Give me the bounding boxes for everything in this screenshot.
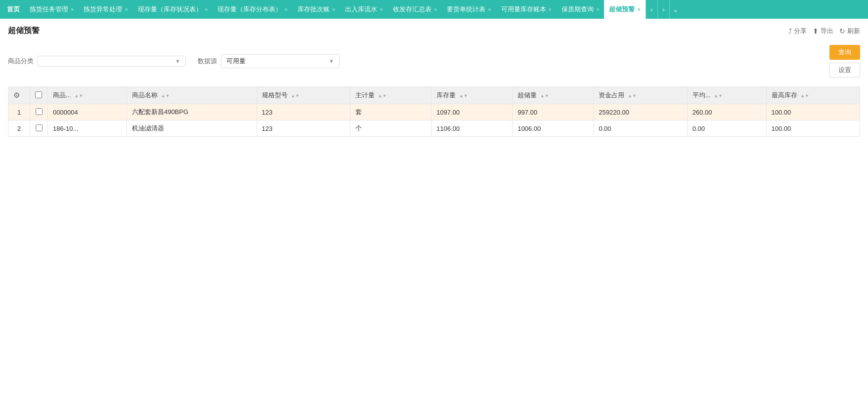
nav-quality-query[interactable]: 保质期查询 × [557, 0, 604, 19]
page-header: 超储预警 ⤴ 分享 ⬆ 导出 ↻ 刷新 [8, 26, 860, 36]
chevron-down-icon: ▼ [175, 58, 180, 64]
th-stock: 库存量 ▲▼ [432, 87, 513, 104]
cell-spec: 123 [257, 120, 350, 137]
refresh-button[interactable]: ↻ 刷新 [839, 27, 860, 36]
query-button[interactable]: 查询 [829, 45, 860, 60]
export-icon: ⬆ [813, 27, 819, 35]
sort-icon[interactable]: ▲▼ [628, 93, 637, 98]
th-settings: ⚙ [8, 87, 30, 104]
nav-picking-task[interactable]: 拣货任务管理 × [25, 0, 79, 19]
th-capital: 资金占用 ▲▼ [594, 87, 687, 104]
sort-icon[interactable]: ▲▼ [459, 93, 468, 98]
datasource-filter: 数据源 可用量 ▼ [198, 54, 340, 68]
th-unit: 主计量 ▲▼ [350, 87, 431, 104]
nav-picking-exception[interactable]: 拣货异常处理 × [79, 0, 132, 19]
share-icon: ⤴ [788, 27, 792, 35]
datasource-select[interactable]: 可用量 ▼ [221, 54, 340, 68]
nav-available-account[interactable]: 可用量库存账本 × [496, 0, 557, 19]
header-actions: ⤴ 分享 ⬆ 导出 ↻ 刷新 [788, 27, 860, 36]
close-icon[interactable]: × [380, 6, 383, 12]
datasource-value: 可用量 [226, 57, 246, 66]
close-icon[interactable]: × [284, 6, 287, 12]
table-body: 1 0000004 六配套新昌490BPG 123 套 1097.00 997.… [8, 104, 860, 137]
refresh-icon: ↻ [839, 27, 845, 35]
nav-inout-flow[interactable]: 出入库流水 × [340, 0, 388, 19]
th-spec: 规格型号 ▲▼ [257, 87, 350, 104]
cell-overstock: 1006.00 [513, 120, 594, 137]
sort-icon[interactable]: ▲▼ [800, 93, 809, 98]
th-checkbox [30, 87, 48, 104]
th-product-name: 商品名称 ▲▼ [127, 87, 257, 104]
close-icon[interactable]: × [332, 6, 335, 12]
category-filter: 商品分类 ▼ [8, 56, 186, 67]
sort-icon[interactable]: ▲▼ [161, 93, 170, 98]
sort-icon[interactable]: ▲▼ [714, 93, 723, 98]
th-avg: 平均... ▲▼ [687, 87, 766, 104]
nav-order-stats[interactable]: 要货单统计表 × [442, 0, 496, 19]
th-product-code: 商品... ▲▼ [48, 87, 127, 104]
nav-next-arrow[interactable]: › [657, 0, 669, 19]
sort-icon[interactable]: ▲▼ [74, 93, 83, 98]
cell-avg: 0.00 [687, 120, 766, 137]
cell-overstock: 997.00 [513, 104, 594, 120]
cell-stock: 1097.00 [432, 104, 513, 120]
cell-unit: 个 [350, 120, 431, 137]
gear-icon[interactable]: ⚙ [13, 91, 20, 99]
cell-unit: 套 [350, 104, 431, 120]
page-content: 超储预警 ⤴ 分享 ⬆ 导出 ↻ 刷新 商品分类 ▼ 数据源 [0, 19, 868, 395]
cell-product-name: 六配套新昌490BPG [127, 104, 257, 120]
nav-batch-account[interactable]: 库存批次账 × [293, 0, 340, 19]
row-checkbox[interactable] [36, 108, 43, 115]
cell-spec: 123 [257, 104, 350, 120]
category-select[interactable]: ▼ [38, 56, 186, 67]
row-checkbox-cell [30, 120, 48, 137]
nav-prev-arrow[interactable]: ‹ [646, 0, 657, 19]
cell-avg: 260.00 [687, 104, 766, 120]
data-table: ⚙ 商品... ▲▼ 商品名称 ▲▼ 规格型号 ▲▼ 主计 [8, 86, 860, 137]
chevron-down-icon: ▼ [329, 58, 334, 64]
close-icon[interactable]: × [488, 6, 491, 12]
row-checkbox-cell [30, 104, 48, 120]
filter-buttons: 查询 设置 [829, 45, 860, 78]
cell-capital: 259220.00 [594, 104, 687, 120]
close-icon[interactable]: × [637, 6, 640, 12]
cell-max-stock: 100.00 [766, 120, 860, 137]
datasource-label: 数据源 [198, 57, 217, 66]
close-icon[interactable]: × [596, 6, 599, 12]
top-navigation: 首页 拣货任务管理 × 拣货异常处理 × 现存量（库存状况表） × 现存量（库存… [0, 0, 868, 19]
close-icon[interactable]: × [71, 6, 74, 12]
settings-button[interactable]: 设置 [829, 63, 860, 78]
nav-stock-status[interactable]: 现存量（库存状况表） × [133, 0, 213, 19]
cell-product-code: 186-10... [48, 120, 127, 137]
row-seq: 2 [8, 120, 30, 137]
close-icon[interactable]: × [434, 6, 437, 12]
filter-area: 商品分类 ▼ 数据源 可用量 ▼ 查询 设置 [8, 43, 860, 79]
table-row: 2 186-10... 机油滤清器 123 个 1106.00 1006.00 … [8, 120, 860, 137]
nav-home[interactable]: 首页 [2, 0, 25, 19]
sort-icon[interactable]: ▲▼ [540, 93, 549, 98]
cell-max-stock: 100.00 [766, 104, 860, 120]
table-header: ⚙ 商品... ▲▼ 商品名称 ▲▼ 规格型号 ▲▼ 主计 [8, 87, 860, 104]
cell-capital: 0.00 [594, 120, 687, 137]
share-button[interactable]: ⤴ 分享 [788, 27, 807, 36]
select-all-checkbox[interactable] [35, 91, 42, 98]
close-icon[interactable]: × [549, 6, 552, 12]
table-row: 1 0000004 六配套新昌490BPG 123 套 1097.00 997.… [8, 104, 860, 120]
sort-icon[interactable]: ▲▼ [378, 93, 387, 98]
nav-menu-arrow[interactable]: ⌄ [669, 0, 681, 19]
cell-stock: 1106.00 [432, 120, 513, 137]
row-checkbox[interactable] [36, 124, 43, 131]
th-overstock: 超储量 ▲▼ [513, 87, 594, 104]
nav-overstock-warning[interactable]: 超储预警 × [604, 0, 645, 19]
close-icon[interactable]: × [125, 6, 128, 12]
export-button[interactable]: ⬆ 导出 [813, 27, 833, 36]
cell-product-code: 0000004 [48, 104, 127, 120]
nav-stock-distribution[interactable]: 现存量（库存分布表） × [213, 0, 292, 19]
cell-product-name: 机油滤清器 [127, 120, 257, 137]
th-max-stock: 最高库存 ▲▼ [766, 87, 860, 104]
nav-summary[interactable]: 收发存汇总表 × [388, 0, 442, 19]
sort-icon[interactable]: ▲▼ [291, 93, 300, 98]
page-title: 超储预警 [8, 26, 40, 36]
row-seq: 1 [8, 104, 30, 120]
close-icon[interactable]: × [205, 6, 208, 12]
